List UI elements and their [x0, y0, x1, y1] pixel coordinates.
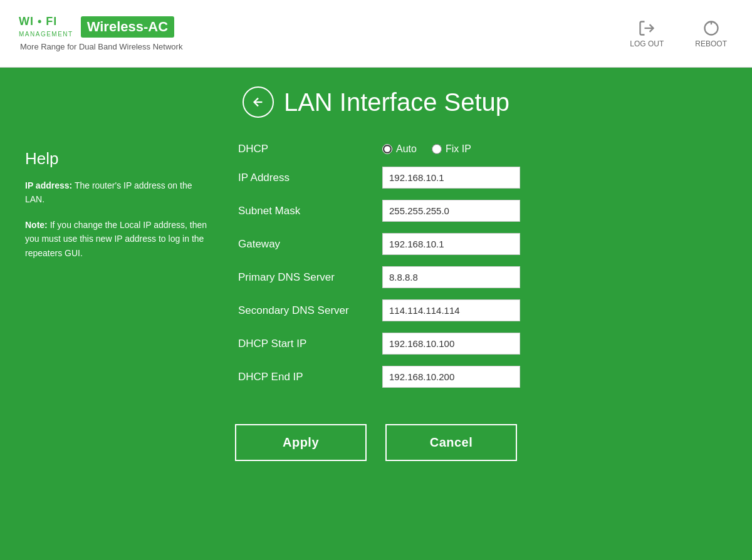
cancel-button[interactable]: Cancel	[385, 424, 517, 461]
dhcp-end-row: DHCP End IP	[238, 366, 727, 388]
content-wrapper: LAN Interface Setup Help IP address: The…	[0, 68, 752, 486]
dhcp-end-input[interactable]	[382, 366, 520, 388]
help-ip-text: IP address: The router's IP address on t…	[25, 179, 213, 207]
gateway-label: Gateway	[238, 238, 370, 251]
dhcp-auto-radio[interactable]	[382, 144, 392, 154]
logout-icon	[638, 19, 655, 37]
subnet-mask-input[interactable]	[382, 200, 520, 222]
note-desc: If you change the Local IP address, then…	[25, 220, 207, 258]
secondary-dns-label: Secondary DNS Server	[238, 304, 370, 317]
ip-address-label: IP address:	[25, 180, 72, 190]
fi-text: FI	[46, 15, 57, 28]
dhcp-radio-group: Auto Fix IP	[382, 143, 471, 155]
dhcp-fixip-option[interactable]: Fix IP	[432, 143, 471, 155]
wi-text: WI	[19, 15, 34, 28]
dhcp-fixip-label: Fix IP	[446, 143, 471, 155]
ip-address-row: IP Address	[238, 167, 727, 189]
dhcp-auto-option[interactable]: Auto	[382, 143, 417, 155]
main-area: LAN Interface Setup Help IP address: The…	[0, 68, 752, 560]
help-title: Help	[25, 149, 213, 169]
help-note-text: Note: If you change the Local IP address…	[25, 218, 213, 260]
page-title-row: LAN Interface Setup	[25, 86, 727, 118]
note-label: Note:	[25, 220, 48, 230]
subnet-mask-label: Subnet Mask	[238, 205, 370, 217]
primary-dns-row: Primary DNS Server	[238, 266, 727, 288]
buttons-row: Apply Cancel	[25, 424, 727, 461]
dhcp-auto-label: Auto	[396, 143, 417, 155]
dhcp-end-label: DHCP End IP	[238, 371, 370, 383]
wifi-logo: WI • FI MANAGEMENT	[19, 16, 73, 38]
dhcp-start-input[interactable]	[382, 333, 520, 355]
ip-address-input[interactable]	[382, 167, 520, 189]
ip-address-label: IP Address	[238, 172, 370, 184]
secondary-dns-row: Secondary DNS Server	[238, 299, 727, 321]
logo-row: WI • FI MANAGEMENT Wireless-AC	[19, 16, 174, 38]
logout-label: LOG OUT	[630, 39, 664, 48]
dot-icon: •	[38, 15, 46, 28]
reboot-label: REBOOT	[695, 39, 727, 48]
secondary-dns-input[interactable]	[382, 299, 520, 321]
reboot-icon	[702, 19, 720, 37]
tagline: More Range for Dual Band Wireless Networ…	[20, 42, 182, 51]
dhcp-start-row: DHCP Start IP	[238, 333, 727, 355]
gateway-row: Gateway	[238, 233, 727, 255]
two-col-layout: Help IP address: The router's IP address…	[25, 143, 727, 399]
header: WI • FI MANAGEMENT Wireless-AC More Rang…	[0, 0, 752, 68]
gateway-input[interactable]	[382, 233, 520, 255]
page-title: LAN Interface Setup	[284, 88, 509, 117]
reboot-button[interactable]: REBOOT	[689, 16, 733, 51]
help-section: Help IP address: The router's IP address…	[25, 143, 213, 271]
dhcp-label: DHCP	[238, 143, 370, 155]
dhcp-row: DHCP Auto Fix IP	[238, 143, 727, 155]
dhcp-start-label: DHCP Start IP	[238, 338, 370, 350]
primary-dns-input[interactable]	[382, 266, 520, 288]
subnet-mask-row: Subnet Mask	[238, 200, 727, 222]
header-left: WI • FI MANAGEMENT Wireless-AC More Rang…	[19, 16, 182, 51]
header-right: LOG OUT REBOOT	[624, 16, 733, 51]
back-arrow-icon	[251, 95, 265, 109]
management-label: MANAGEMENT	[19, 31, 73, 38]
back-button[interactable]	[243, 86, 274, 118]
apply-button[interactable]: Apply	[235, 424, 367, 461]
brand-label: Wireless-AC	[81, 16, 174, 38]
logout-button[interactable]: LOG OUT	[624, 16, 670, 51]
dhcp-fixip-radio[interactable]	[432, 144, 442, 154]
form-section: DHCP Auto Fix IP IP Address	[238, 143, 727, 399]
primary-dns-label: Primary DNS Server	[238, 271, 370, 284]
